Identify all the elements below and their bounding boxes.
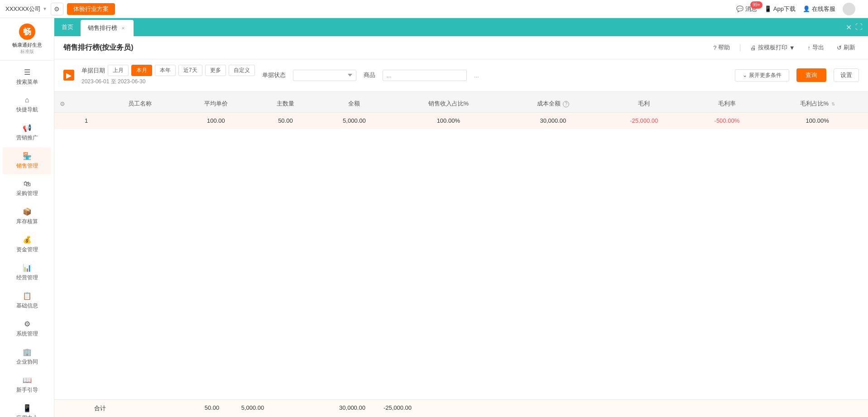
sidebar-label-enterprise: 企业协同 xyxy=(16,358,38,366)
sidebar-logo: 畅 畅康通好生意 标准版 xyxy=(0,18,54,61)
last-month-btn[interactable]: 上月 xyxy=(108,65,129,76)
app-download-button[interactable]: 📱 App下载 xyxy=(764,5,796,13)
print-label: 按模板打印 xyxy=(758,43,787,52)
sidebar-item-search[interactable]: ☰ 搜索菜单 xyxy=(3,63,51,91)
th-avg-price: 平均单价 xyxy=(178,95,254,113)
gear-icon[interactable]: ⚙ xyxy=(51,3,63,15)
ranking-table: ⚙ 员工名称 平均单价 主数量 全额 销售收入占比% 成本全额 ? 毛利 xyxy=(54,95,868,129)
status-select[interactable] xyxy=(293,70,356,81)
this-year-btn[interactable]: 本年 xyxy=(155,65,176,76)
sidebar-item-operation[interactable]: 📊 经营管理 xyxy=(3,259,51,286)
sidebar-item-finance[interactable]: 💰 资金管理 xyxy=(3,231,51,258)
page-actions: ? 帮助 | 🖨 按模板打印 ▼ ↑ 导出 ↺ 刷新 xyxy=(710,42,859,53)
date-label: 单据日期 xyxy=(82,67,105,75)
purchase-icon: 🛍 xyxy=(24,180,31,188)
top-bar: XXXXXX公司 ▼ ⚙ 体验行业方案 💬 消息 99+ 📱 App下载 👤 在… xyxy=(0,0,868,18)
tab-bar: 首页 销售排行榜 × ✕ ⛶ xyxy=(54,18,868,36)
date-range-display: 2023-06-01 至 2023-06-30 xyxy=(82,78,255,86)
sidebar-item-marketing[interactable]: 📢 营销推广 xyxy=(3,119,51,146)
sidebar-item-enterprise[interactable]: 🏢 企业协同 xyxy=(3,343,51,370)
cost-info-icon[interactable]: ? xyxy=(563,101,569,107)
home-icon: ⌂ xyxy=(25,96,29,104)
td-profit-rate: -500.00% xyxy=(687,113,767,129)
app-label: App下载 xyxy=(773,5,796,13)
logo-line2: 标准版 xyxy=(12,48,42,55)
company-name: XXXXXX公司 xyxy=(5,5,41,13)
print-icon: 🖨 xyxy=(750,44,756,51)
th-profit: 毛利 xyxy=(601,95,687,113)
date-filter-group: 单据日期 上月 本月 本年 近7天 更多 自定义 2023-06-01 至 20… xyxy=(82,65,255,86)
basic-icon: 📋 xyxy=(23,292,32,300)
th-settings[interactable]: ⚙ xyxy=(54,95,71,113)
help-icon: ? xyxy=(713,44,716,51)
help-button[interactable]: ? 帮助 xyxy=(710,42,734,53)
message-badge: 99+ xyxy=(750,1,762,9)
page-header: 销售排行榜(按业务员) ? 帮助 | 🖨 按模板打印 ▼ ↑ 导出 xyxy=(54,36,868,59)
message-button[interactable]: 💬 消息 99+ xyxy=(736,5,757,13)
table-container: ⚙ 员工名称 平均单价 主数量 全额 销售收入占比% 成本全额 ? 毛利 xyxy=(54,95,868,399)
sort-icon[interactable]: ⇅ xyxy=(831,101,835,106)
sidebar-label-apps: 应用中心 xyxy=(16,414,38,417)
content-area: 销售排行榜(按业务员) ? 帮助 | 🖨 按模板打印 ▼ ↑ 导出 xyxy=(54,36,868,417)
refresh-button[interactable]: ↺ 刷新 xyxy=(833,42,859,53)
goods-more-icon[interactable]: ... xyxy=(474,72,479,79)
online-service-button[interactable]: 👤 在线客服 xyxy=(803,5,835,13)
sidebar-label-finance: 资金管理 xyxy=(16,246,38,254)
table-row: 1 100.00 50.00 5,000.00 100.00% 30,000.0… xyxy=(54,113,868,129)
logo-text: 畅康通好生意 标准版 xyxy=(12,42,42,55)
th-amount: 全额 xyxy=(317,95,392,113)
logo-char: 畅 xyxy=(23,26,31,37)
search-icon: ☰ xyxy=(24,68,30,77)
filter-arrow-icon[interactable]: ▶ xyxy=(63,70,74,81)
this-month-btn[interactable]: 本月 xyxy=(131,65,152,76)
custom-date-btn[interactable]: 自定义 xyxy=(229,65,255,76)
sidebar-label-operation: 经营管理 xyxy=(16,274,38,282)
help-label: 帮助 xyxy=(718,43,730,52)
sidebar-item-apps[interactable]: 📱 应用中心 xyxy=(3,399,51,417)
refresh-label: 刷新 xyxy=(844,43,855,52)
td-name xyxy=(102,113,178,129)
query-button[interactable]: 查询 xyxy=(796,68,826,82)
tab-close-window-icon[interactable]: ✕ xyxy=(846,23,852,32)
goods-input[interactable] xyxy=(383,70,467,81)
tab-bar-right: ✕ ⛶ xyxy=(846,18,868,36)
top-bar-right: 💬 消息 99+ 📱 App下载 👤 在线客服 xyxy=(736,3,863,15)
expand-btn[interactable]: ⌄ 展开更多条件 xyxy=(735,69,789,81)
divider1: | xyxy=(739,43,741,52)
sidebar-label-sales: 销售管理 xyxy=(16,162,38,170)
th-rank xyxy=(71,95,102,113)
refresh-icon: ↺ xyxy=(837,44,842,51)
sidebar-label-marketing: 营销推广 xyxy=(16,134,38,142)
print-chevron-icon: ▼ xyxy=(789,44,795,51)
footer-cost: 30,000.00 xyxy=(330,404,375,412)
more-date-btn[interactable]: 更多 xyxy=(205,65,226,76)
sidebar-item-system[interactable]: ⚙ 系统管理 xyxy=(3,315,51,342)
logo-icon: 畅 xyxy=(19,24,35,40)
sidebar-nav: ☰ 搜索菜单 ⌂ 快捷导航 📢 营销推广 🏪 销售管理 🛍 采购管理 📦 库 xyxy=(0,61,54,417)
th-qty: 主数量 xyxy=(254,95,317,113)
service-label: 在线客服 xyxy=(812,5,835,13)
last7-btn[interactable]: 近7天 xyxy=(178,65,202,76)
sidebar-item-purchase[interactable]: 🛍 采购管理 xyxy=(3,175,51,202)
sidebar-item-inventory[interactable]: 📦 库存核算 xyxy=(3,203,51,230)
sidebar-item-guide[interactable]: 📖 新手引导 xyxy=(3,371,51,398)
print-button[interactable]: 🖨 按模板打印 ▼ xyxy=(747,42,799,53)
tab-close-icon[interactable]: × xyxy=(120,25,126,31)
td-sales-pct: 100.00% xyxy=(392,113,505,129)
sidebar-item-quick-nav[interactable]: ⌂ 快捷导航 xyxy=(3,91,51,118)
td-qty: 50.00 xyxy=(254,113,317,129)
settings-button[interactable]: 设置 xyxy=(834,68,859,82)
trial-button[interactable]: 体验行业方案 xyxy=(67,3,115,15)
tab-sales-ranking[interactable]: 销售排行榜 × xyxy=(81,20,134,36)
tab-maximize-icon[interactable]: ⛶ xyxy=(855,23,863,31)
export-button[interactable]: ↑ 导出 xyxy=(804,42,828,53)
avatar[interactable] xyxy=(843,3,855,15)
footer-profit: -25,000.00 xyxy=(375,404,420,412)
sidebar-item-basic[interactable]: 📋 基础信息 xyxy=(3,287,51,314)
tab-home[interactable]: 首页 xyxy=(54,18,81,36)
expand-icon: ⌄ xyxy=(743,72,747,78)
company-selector[interactable]: XXXXXX公司 ▼ xyxy=(5,5,47,13)
marketing-icon: 📢 xyxy=(23,124,32,132)
sidebar-label-basic: 基础信息 xyxy=(16,302,38,310)
sidebar-item-sales[interactable]: 🏪 销售管理 xyxy=(3,147,51,174)
